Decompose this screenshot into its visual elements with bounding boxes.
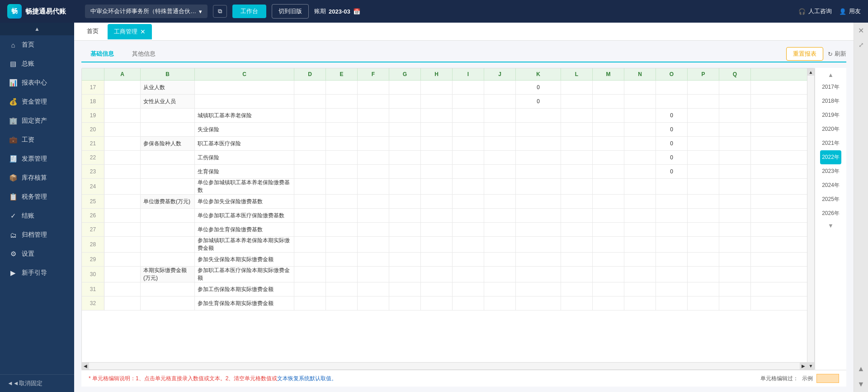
cell-28-M[interactable] <box>593 237 624 252</box>
cell-26-N[interactable] <box>624 209 656 222</box>
cell-19-O[interactable]: 0 <box>656 109 688 122</box>
cell-31-M[interactable] <box>593 282 624 296</box>
cell-20-P[interactable] <box>688 123 719 136</box>
cell-18-G[interactable] <box>389 95 421 108</box>
cell-30-N[interactable] <box>624 267 656 282</box>
cell-32-O[interactable] <box>656 296 688 310</box>
year-nav-down[interactable]: ▼ <box>815 220 846 231</box>
cell-21-N[interactable] <box>624 137 656 150</box>
cell-17-P[interactable] <box>688 81 719 94</box>
cell-24-O[interactable] <box>656 179 688 194</box>
cell-22-L[interactable] <box>561 151 593 164</box>
cell-29-K[interactable] <box>516 253 561 266</box>
cell-27-A[interactable] <box>104 223 141 236</box>
year-item-2021年[interactable]: 2021年 <box>820 136 841 150</box>
cell-22-Q[interactable] <box>719 151 751 164</box>
cell-30-I[interactable] <box>453 267 484 282</box>
cell-22-H[interactable] <box>421 151 453 164</box>
calendar-icon[interactable]: 📅 <box>353 8 360 15</box>
cell-17-M[interactable] <box>593 81 624 94</box>
cell-26-A[interactable] <box>104 209 141 222</box>
cell-21-F[interactable] <box>358 137 389 150</box>
cell-30-O[interactable] <box>656 267 688 282</box>
cell-32-G[interactable] <box>389 296 421 310</box>
cell-25-K[interactable] <box>516 195 561 208</box>
cell-25-L[interactable] <box>561 195 593 208</box>
cell-32-H[interactable] <box>421 296 453 310</box>
cell-30-M[interactable] <box>593 267 624 282</box>
cell-28-Q[interactable] <box>719 237 751 252</box>
cell-32-B[interactable] <box>141 296 195 310</box>
h-scroll-left[interactable]: ◀ <box>82 363 89 370</box>
panel-down-button[interactable]: ▼ <box>854 377 868 392</box>
cell-31-L[interactable] <box>561 282 593 296</box>
cell-24-I[interactable] <box>453 179 484 194</box>
cell-18-Q[interactable] <box>719 95 751 108</box>
cell-17-B[interactable]: 从业人数 <box>141 81 195 94</box>
sub-tab-other[interactable]: 其他信息 <box>123 46 165 62</box>
cell-32-L[interactable] <box>561 296 593 310</box>
tab-home[interactable]: 首页 <box>80 24 106 40</box>
cell-30-K[interactable] <box>516 267 561 282</box>
cell-28-A[interactable] <box>104 237 141 252</box>
cell-24-G[interactable] <box>389 179 421 194</box>
cell-32-E[interactable] <box>326 296 358 310</box>
cell-19-D[interactable] <box>294 109 326 122</box>
cell-23-Q[interactable] <box>719 165 751 178</box>
cell-28-J[interactable] <box>484 237 516 252</box>
cell-25-A[interactable] <box>104 195 141 208</box>
cell-31-J[interactable] <box>484 282 516 296</box>
cell-21-K[interactable] <box>516 137 561 150</box>
cell-24-B[interactable] <box>141 179 195 194</box>
cell-21-L[interactable] <box>561 137 593 150</box>
cell-29-P[interactable] <box>688 253 719 266</box>
cell-20-G[interactable] <box>389 123 421 136</box>
cell-17-Q[interactable] <box>719 81 751 94</box>
cell-32-I[interactable] <box>453 296 484 310</box>
cell-29-I[interactable] <box>453 253 484 266</box>
cell-25-E[interactable] <box>326 195 358 208</box>
cell-27-H[interactable] <box>421 223 453 236</box>
cell-28-D[interactable] <box>294 237 326 252</box>
year-item-2018年[interactable]: 2018年 <box>820 94 841 108</box>
cell-26-L[interactable] <box>561 209 593 222</box>
user-area[interactable]: 👤 用友 <box>839 7 861 15</box>
cell-23-N[interactable] <box>624 165 656 178</box>
cell-27-P[interactable] <box>688 223 719 236</box>
cell-21-B[interactable]: 参保各险种人数 <box>141 137 195 150</box>
cell-32-F[interactable] <box>358 296 389 310</box>
cell-31-Q[interactable] <box>719 282 751 296</box>
cell-20-B[interactable] <box>141 123 195 136</box>
sidebar-scroll-up[interactable]: ▲ <box>0 23 74 35</box>
cell-29-E[interactable] <box>326 253 358 266</box>
cell-23-D[interactable] <box>294 165 326 178</box>
cell-27-E[interactable] <box>326 223 358 236</box>
cell-31-G[interactable] <box>389 282 421 296</box>
cell-28-O[interactable] <box>656 237 688 252</box>
cell-30-G[interactable] <box>389 267 421 282</box>
cell-25-B[interactable]: 单位缴费基数(万元) <box>141 195 195 208</box>
cell-20-O[interactable]: 0 <box>656 123 688 136</box>
cell-28-L[interactable] <box>561 237 593 252</box>
cell-26-K[interactable] <box>516 209 561 222</box>
cell-23-G[interactable] <box>389 165 421 178</box>
cell-23-F[interactable] <box>358 165 389 178</box>
cell-21-G[interactable] <box>389 137 421 150</box>
reset-button[interactable]: 重置报表 <box>786 47 823 61</box>
cell-25-M[interactable] <box>593 195 624 208</box>
cell-31-B[interactable] <box>141 282 195 296</box>
cell-31-E[interactable] <box>326 282 358 296</box>
sidebar-item-guide[interactable]: ▶新手引导 <box>0 263 74 282</box>
cell-25-Q[interactable] <box>719 195 751 208</box>
cell-21-A[interactable] <box>104 137 141 150</box>
cell-22-F[interactable] <box>358 151 389 164</box>
cell-28-B[interactable] <box>141 237 195 252</box>
panel-up-button[interactable]: ▲ <box>854 361 868 377</box>
cell-22-D[interactable] <box>294 151 326 164</box>
cell-25-I[interactable] <box>453 195 484 208</box>
cell-20-J[interactable] <box>484 123 516 136</box>
cell-21-D[interactable] <box>294 137 326 150</box>
cell-19-J[interactable] <box>484 109 516 122</box>
cell-31-I[interactable] <box>453 282 484 296</box>
v-scroll-up[interactable]: ▲ <box>807 68 814 76</box>
